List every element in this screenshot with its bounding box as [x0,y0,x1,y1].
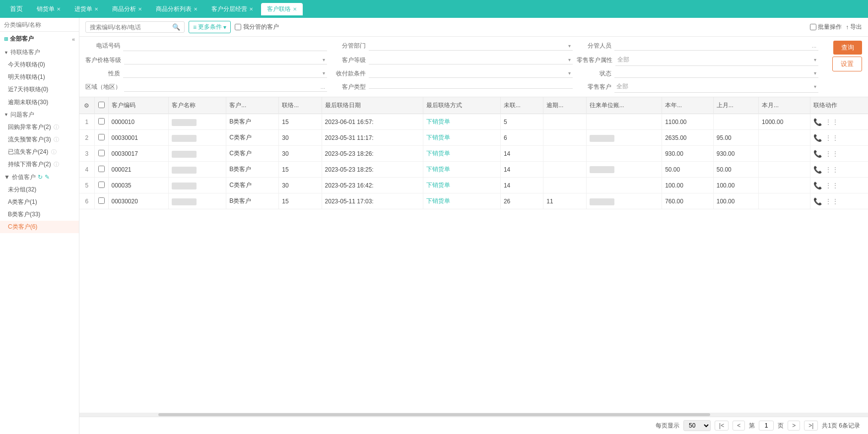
page-label2: 页 [778,422,784,430]
sidebar-item-declining[interactable]: 持续下滑客户(2) ⓘ [0,158,79,171]
last-method-link[interactable]: 下销货单 [426,150,450,157]
more-action-icon[interactable]: ⋮⋮ [825,118,839,126]
row-checkbox[interactable] [98,197,105,204]
payment-select[interactable]: ▾ [369,69,573,78]
nature-label: 性质 [85,69,120,78]
phone-action-icon[interactable]: 📞 [813,197,822,205]
edit-icon[interactable]: ✎ [45,174,50,181]
reload-icon[interactable]: ↻ [38,174,43,181]
search-input[interactable] [90,24,170,31]
more-action-icon[interactable]: ⋮⋮ [825,166,839,174]
row-checkbox[interactable] [98,118,105,124]
phone-action-icon[interactable]: 📞 [813,182,822,189]
more-action-icon[interactable]: ⋮⋮ [825,197,839,205]
row-checkbox[interactable] [98,166,105,172]
close-icon[interactable]: ✕ [57,6,61,12]
nav-tab-analysis[interactable]: 商品分析 ✕ [106,3,148,15]
sidebar-item-classC[interactable]: C类客户(6) [0,221,79,233]
close-icon[interactable]: ✕ [249,6,253,12]
dotdot-icon[interactable]: ... [321,84,325,90]
sidebar-all-customers[interactable]: ⊞ 全部客户 « [0,32,79,46]
sidebar-item-repurchase-abnormal[interactable]: 回购异常客户(2) ⓘ [0,121,79,133]
last-method-link[interactable]: 下销货单 [426,197,450,204]
dept-select[interactable]: ▾ [369,42,573,51]
phone-input[interactable] [123,41,327,51]
search-icon[interactable]: 🔍 [172,23,180,31]
sidebar-item-tomorrow[interactable]: 明天待联络(1) [0,71,79,83]
cust-level-select[interactable]: ▾ [369,56,573,64]
last-method-link[interactable]: 下销货单 [426,134,450,141]
row-contact: 15 [279,193,322,209]
phone-action-icon[interactable]: 📞 [813,118,822,126]
more-action-icon[interactable]: ⋮⋮ [825,182,839,189]
info-icon[interactable]: ⓘ [51,149,57,155]
more-action-icon[interactable]: ⋮⋮ [825,150,839,158]
sidebar-item-churned[interactable]: 已流失客户(24) ⓘ [0,146,79,158]
nav-tab-purchase[interactable]: 进货单 ✕ [68,3,104,15]
row-checkbox[interactable] [98,182,105,188]
sidebar-item-churn-warning[interactable]: 流失预警客户(3) ⓘ [0,133,79,146]
sidebar-item-classA[interactable]: A类客户(1) [0,196,79,208]
next-page-btn[interactable]: > [788,421,800,431]
phone-action-icon[interactable]: 📞 [813,134,822,142]
gear-icon[interactable]: ⚙ [84,102,89,109]
info-icon[interactable]: ⓘ [54,124,59,130]
my-customers-checkbox[interactable]: 我分管的客户 [235,23,279,31]
nav-tab-analysis-list[interactable]: 商品分析列表 ✕ [150,3,203,15]
dotdot-icon[interactable]: ... [812,43,816,49]
per-page-select[interactable]: 50 100 200 [683,420,711,431]
last-method-link[interactable]: 下销货单 [426,166,450,173]
nav-tab-customer-layer[interactable]: 客户分层经营 ✕ [205,3,259,15]
nav-tab-home[interactable]: 首页 [4,2,29,15]
search-box[interactable]: 🔍 [85,21,185,33]
phone-action-icon[interactable]: 📞 [813,166,822,174]
page-input[interactable] [759,421,774,431]
last-method-link[interactable]: 下销货单 [426,118,450,125]
sidebar-item-7days[interactable]: 近7天待联络(0) [0,83,79,96]
phone-action-icon[interactable]: 📞 [813,150,822,158]
horizontal-scrollbar[interactable] [79,413,868,417]
query-button[interactable]: 查询 [833,41,862,55]
cust-type-select[interactable] [369,85,573,89]
sidebar-group-problem[interactable]: ▼ 问题客户 [0,109,79,121]
retail-attr-select[interactable]: 全部 ▾ [615,54,818,66]
batch-op-btn[interactable]: 批量操作 [810,23,842,31]
region-select[interactable]: ... [124,82,327,92]
first-page-btn[interactable]: |< [715,421,729,431]
close-icon[interactable]: ✕ [94,6,98,12]
sidebar-search-input[interactable] [4,21,78,28]
person-select[interactable]: ... [614,41,818,51]
last-page-btn[interactable]: >| [804,421,818,431]
sidebar-group-pending[interactable]: ▼ 待联络客户 [0,46,79,59]
select-all-checkbox[interactable] [98,102,105,108]
sidebar-item-classB[interactable]: B类客户(33) [0,208,79,221]
sidebar-item-ungroup[interactable]: 未分组(32) [0,184,79,196]
my-customers-check[interactable] [235,24,241,30]
row-contact: 30 [279,178,322,193]
prev-page-btn[interactable]: < [733,421,745,431]
row-checkbox[interactable] [98,134,105,140]
sidebar-item-today[interactable]: 今天待联络(0) [0,59,79,71]
collapse-icon[interactable]: « [72,36,75,42]
retail-cust-select[interactable]: 全部 ▾ [614,81,818,93]
row-checkbox[interactable] [98,150,105,156]
info-icon[interactable]: ⓘ [54,136,59,142]
nature-select[interactable]: ▾ [123,69,327,78]
sidebar-item-overdue[interactable]: 逾期未联络(30) [0,96,79,109]
info-icon[interactable]: ⓘ [54,161,59,167]
close-icon[interactable]: ✕ [194,6,198,12]
export-btn[interactable]: ↑ 导出 [846,23,862,31]
nav-tab-customer-contact[interactable]: 客户联络 ✕ [261,3,303,15]
price-level-select[interactable]: ▾ [124,56,327,64]
close-icon[interactable]: ✕ [138,6,142,12]
set-button[interactable]: 设置 [832,57,862,71]
status-select[interactable]: ▾ [614,69,818,78]
sidebar-group-value[interactable]: ▼ 价值客户 ↻ ✎ [0,171,79,184]
scrollbar-thumb[interactable] [158,413,710,416]
batch-op-check[interactable] [810,24,816,30]
close-icon[interactable]: ✕ [293,6,297,12]
nav-tab-sales[interactable]: 销货单 ✕ [31,3,67,15]
more-conditions-btn[interactable]: ≡ 更多条件 ▾ [189,21,231,33]
more-action-icon[interactable]: ⋮⋮ [825,134,839,142]
last-method-link[interactable]: 下销货单 [426,182,450,188]
